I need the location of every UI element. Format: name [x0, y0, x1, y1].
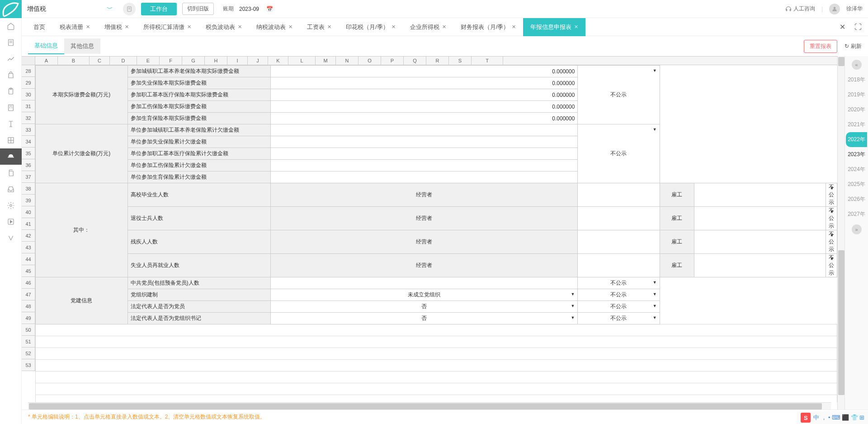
ime-item[interactable]: 👕: [851, 414, 858, 421]
row-header[interactable]: 38: [22, 183, 35, 195]
calendar-icon[interactable]: 📅: [266, 6, 273, 12]
tab-6[interactable]: 工资表✕: [300, 18, 339, 36]
year-item[interactable]: 2018年: [846, 72, 867, 87]
row-header[interactable]: 36: [22, 159, 35, 171]
tab-close-icon[interactable]: ✕: [327, 24, 331, 30]
col-header-F[interactable]: F: [160, 57, 182, 65]
empty-cell[interactable]: [36, 348, 837, 360]
row-header[interactable]: 46: [22, 277, 35, 289]
tab-9[interactable]: 财务报表（月/季）✕: [453, 18, 524, 36]
doc-icon-button[interactable]: [123, 3, 136, 15]
tab-close-icon[interactable]: ✕: [288, 24, 292, 30]
empty-cell[interactable]: [36, 360, 837, 372]
row-header[interactable]: 29: [22, 77, 35, 89]
cell-value[interactable]: [694, 183, 826, 207]
col-header-J[interactable]: J: [248, 57, 268, 65]
tab-close-icon[interactable]: ✕: [238, 24, 242, 30]
tab-2[interactable]: 增值税✕: [97, 18, 136, 36]
row-header[interactable]: 41: [22, 218, 35, 230]
col-header-E[interactable]: E: [137, 57, 160, 65]
row-header[interactable]: 35: [22, 148, 35, 159]
cell-value[interactable]: 未成立党组织: [270, 289, 578, 301]
year-item[interactable]: 2022年: [846, 132, 867, 147]
tab-0[interactable]: 首页: [26, 18, 52, 36]
expand-icon[interactable]: ⛶: [853, 21, 863, 33]
row-header[interactable]: 49: [22, 312, 35, 324]
tab-close-icon[interactable]: ✕: [512, 24, 516, 30]
row-header[interactable]: 33: [22, 124, 35, 136]
tab-5[interactable]: 纳税波动表✕: [249, 18, 300, 36]
year-item[interactable]: 2024年: [846, 162, 867, 177]
empty-cell[interactable]: [36, 395, 837, 403]
disclose-dropdown[interactable]: 不公示: [826, 207, 837, 230]
year-item[interactable]: 2026年: [846, 192, 867, 207]
cell-value[interactable]: [270, 124, 578, 136]
disclose-dropdown[interactable]: 不公示: [826, 183, 837, 207]
ime-item[interactable]: ，: [821, 414, 827, 421]
col-header-H[interactable]: H: [205, 57, 227, 65]
tab-7[interactable]: 印花税（月/季）✕: [339, 18, 403, 36]
row-header[interactable]: 51: [22, 336, 35, 348]
year-item[interactable]: 2020年: [846, 102, 867, 117]
reset-button[interactable]: 重置报表: [804, 40, 837, 53]
disclose-dropdown[interactable]: 不公示: [578, 301, 660, 313]
tab-4[interactable]: 税负波动表✕: [198, 18, 249, 36]
year-prev-icon[interactable]: «: [852, 60, 862, 70]
col-header-K[interactable]: K: [268, 57, 288, 65]
tab-8[interactable]: 企业所得税✕: [403, 18, 453, 36]
row-header[interactable]: 31: [22, 100, 35, 112]
row-header[interactable]: 30: [22, 89, 35, 100]
cell-value[interactable]: [270, 277, 578, 289]
year-item[interactable]: 2023年: [846, 147, 867, 162]
nav-bag-icon[interactable]: [0, 67, 22, 83]
period-value[interactable]: 2023-09: [239, 6, 259, 12]
cell-value[interactable]: [694, 254, 826, 277]
tab-close-icon[interactable]: ✕: [392, 24, 396, 30]
refresh-button[interactable]: ↻ 刷新: [844, 43, 862, 50]
nav-doc-icon[interactable]: [0, 34, 22, 51]
row-header[interactable]: 32: [22, 112, 35, 124]
nav-food-icon[interactable]: [0, 148, 22, 165]
nav-grid-icon[interactable]: [0, 132, 22, 148]
year-item[interactable]: 2027年: [846, 207, 867, 222]
disclose-dropdown[interactable]: 不公示: [578, 66, 660, 124]
switch-old-button[interactable]: 切到旧版: [182, 3, 214, 15]
tab-close-icon[interactable]: ✕: [574, 24, 578, 30]
disclose-dropdown[interactable]: 不公示: [578, 313, 660, 324]
username[interactable]: 徐泽华: [846, 5, 863, 13]
select-all-corner[interactable]: [22, 57, 35, 65]
cell-value[interactable]: 0.000000: [270, 77, 578, 89]
col-header-A[interactable]: A: [35, 57, 58, 65]
cell-value[interactable]: [694, 207, 826, 230]
cell-value[interactable]: 0.000000: [270, 113, 578, 124]
row-header[interactable]: 28: [22, 65, 35, 77]
row-header[interactable]: 53: [22, 359, 35, 371]
ime-item[interactable]: ⌨: [832, 414, 840, 421]
nav-gear-icon[interactable]: [0, 197, 22, 214]
cell-value[interactable]: [578, 207, 660, 230]
empty-cell[interactable]: [36, 383, 837, 395]
ime-item[interactable]: 中: [813, 414, 819, 421]
cell-value[interactable]: [578, 230, 660, 254]
empty-cell[interactable]: [36, 372, 837, 383]
avatar[interactable]: [829, 4, 840, 14]
disclose-dropdown[interactable]: 不公示: [578, 289, 660, 301]
consult-link[interactable]: 人工咨询: [785, 5, 815, 13]
col-header-D[interactable]: D: [110, 57, 137, 65]
row-header[interactable]: 52: [22, 348, 35, 359]
disclose-dropdown[interactable]: 不公示: [578, 124, 660, 183]
cell-value[interactable]: [270, 160, 578, 172]
nav-home-icon[interactable]: [0, 18, 22, 34]
row-header[interactable]: 42: [22, 230, 35, 242]
disclose-dropdown[interactable]: 不公示: [578, 277, 660, 289]
row-header[interactable]: 45: [22, 265, 35, 277]
cell-value[interactable]: 否: [270, 313, 578, 324]
col-header-G[interactable]: G: [182, 57, 205, 65]
cell-value[interactable]: [270, 136, 578, 148]
year-item[interactable]: 2021年: [846, 117, 867, 132]
col-header-P[interactable]: P: [381, 57, 404, 65]
empty-cell[interactable]: [36, 324, 837, 336]
nav-copy-icon[interactable]: [0, 165, 22, 181]
col-header-C[interactable]: C: [90, 57, 110, 65]
col-header-S[interactable]: S: [449, 57, 472, 65]
